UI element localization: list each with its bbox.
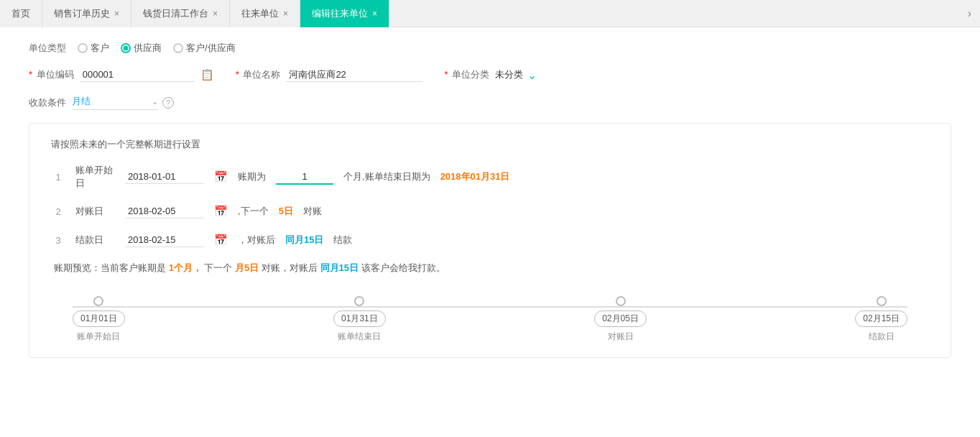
period-preview: 账期预览：当前客户账期是 1个月， 下一个 月5日 对账，对账后 同月15日 该… [51, 262, 929, 275]
tab-edit-unit-label: 编辑往来单位 [312, 7, 368, 20]
timeline-point-2: 01月31日 账单结束日 [333, 296, 386, 343]
period-start-date-input[interactable] [125, 170, 204, 184]
help-icon[interactable]: ? [162, 97, 174, 109]
tab-daily-work-label: 钱货日清工作台 [143, 7, 208, 20]
unit-code-copy-icon[interactable]: 📋 [200, 68, 214, 81]
unit-classify-label: * 单位分类 [444, 68, 489, 81]
tab-sales-history-label: 销售订单历史 [54, 7, 110, 20]
timeline-badge-4: 02月15日 [855, 310, 907, 327]
period-start-desc2: 个月,账单结束日期为 [343, 170, 430, 183]
preview-reconcile-day: 月5日 [235, 262, 259, 273]
tab-sales-history-close[interactable]: × [114, 9, 119, 19]
period-reconcile-suffix: 对账 [303, 205, 322, 218]
period-reconcile-day-highlight: 5日 [279, 205, 293, 218]
tab-more-button[interactable]: › [959, 7, 980, 20]
period-row-1: 1 账单开始日 📅 账期为 个月,账单结束日期为 2018年01月31日 [51, 164, 929, 190]
period-start-calendar-icon[interactable]: 📅 [214, 170, 228, 183]
preview-payment-day: 同月15日 [320, 262, 359, 273]
period-label-3: 结款日 [75, 234, 115, 247]
unit-code-label: * 单位编码 [29, 68, 74, 81]
timeline-badge-3: 02月05日 [594, 310, 647, 327]
period-index-1: 1 [51, 172, 65, 183]
main-content: 单位类型 客户 供应商 客户/供应商 * 单位编码 [0, 27, 980, 437]
unit-code-star: * [29, 69, 32, 80]
period-label-1: 账单开始日 [75, 164, 115, 190]
period-label-2: 对账日 [75, 205, 115, 218]
unit-classify-dropdown[interactable]: 未分类 ⌄ [495, 68, 537, 82]
radio-both[interactable]: 客户/供应商 [173, 42, 236, 55]
period-payment-day-highlight: 同月15日 [285, 234, 323, 247]
period-payment-prefix: ，对账后 [238, 234, 275, 247]
timeline-label-1: 账单开始日 [77, 331, 120, 343]
tab-bar: 首页 销售订单历史 × 钱货日清工作台 × 往来单位 × 编辑往来单位 × › [0, 0, 980, 27]
tab-sales-history[interactable]: 销售订单历史 × [42, 0, 131, 27]
preview-reconcile-text: 对账，对账后 [262, 262, 318, 273]
unit-name-input[interactable] [286, 68, 422, 82]
period-start-desc1: 账期为 [238, 170, 266, 183]
timeline-point-1: 01月01日 账单开始日 [73, 296, 125, 343]
radio-supplier-label: 供应商 [134, 42, 162, 55]
collect-cond-dropdown[interactable]: 月结 ⌄ [72, 95, 158, 110]
timeline-badge-2: 01月31日 [333, 310, 386, 327]
period-reconcile-prefix: ,下一个 [238, 205, 269, 218]
unit-classify-value: 未分类 [495, 68, 523, 81]
tab-units[interactable]: 往来单位 × [230, 0, 300, 27]
radio-both-label: 客户/供应商 [186, 42, 236, 55]
unit-type-row: 单位类型 客户 供应商 客户/供应商 [29, 42, 951, 55]
timeline-label-3: 对账日 [608, 331, 634, 343]
period-reconcile-calendar-icon[interactable]: 📅 [214, 205, 228, 218]
radio-supplier-circle [121, 43, 131, 53]
period-settings-box: 请按照未来的一个完整帐期进行设置 1 账单开始日 📅 账期为 个月,账单结束日期… [29, 123, 951, 358]
period-payment-date-input[interactable] [125, 233, 204, 247]
period-index-2: 2 [51, 206, 65, 217]
timeline-dot-2 [354, 296, 364, 306]
radio-group-unit-type: 客户 供应商 客户/供应商 [78, 42, 236, 55]
tab-daily-work[interactable]: 钱货日清工作台 × [131, 0, 230, 27]
tab-home[interactable]: 首页 [0, 0, 42, 27]
unit-type-label: 单位类型 [29, 42, 66, 55]
preview-suffix: 该客户会给我打款。 [361, 262, 445, 273]
period-reconcile-date-input[interactable] [125, 204, 204, 218]
radio-customer-circle [78, 43, 88, 53]
tab-home-label: 首页 [11, 7, 30, 20]
timeline-dot-1 [93, 296, 103, 306]
tab-edit-unit-close[interactable]: × [372, 9, 377, 19]
period-index-3: 3 [51, 235, 65, 246]
unit-type-field: 单位类型 客户 供应商 客户/供应商 [29, 42, 236, 55]
tab-units-label: 往来单位 [241, 7, 279, 20]
tab-units-close[interactable]: × [283, 9, 288, 19]
unit-classify-star: * [444, 69, 448, 80]
timeline-dot-3 [616, 296, 626, 306]
collect-cond-label: 收款条件 [29, 96, 66, 109]
tab-daily-work-close[interactable]: × [213, 9, 218, 19]
period-num-input[interactable] [276, 170, 333, 185]
collect-cond-value: 月结 [72, 95, 149, 108]
radio-supplier[interactable]: 供应商 [121, 42, 162, 55]
preview-next-prefix: 下一个 [204, 262, 232, 273]
preview-label: 账期预览：当前客户账期是 [54, 262, 166, 273]
radio-customer-label: 客户 [91, 42, 109, 55]
collect-condition-row: 收款条件 月结 ⌄ ? [29, 95, 951, 110]
preview-months: 1个月， [169, 262, 202, 273]
timeline-point-4: 02月15日 结款日 [855, 296, 907, 343]
tab-edit-unit[interactable]: 编辑往来单位 × [300, 0, 389, 27]
unit-code-field: * 单位编码 📋 [29, 68, 214, 82]
timeline-points: 01月01日 账单开始日 01月31日 账单结束日 02月05日 对账日 02月… [73, 296, 907, 343]
period-payment-calendar-icon[interactable]: 📅 [214, 234, 228, 247]
period-row-3: 3 结款日 📅 ，对账后 同月15日 结款 [51, 233, 929, 247]
period-title: 请按照未来的一个完整帐期进行设置 [51, 138, 929, 151]
timeline-dot-4 [877, 296, 887, 306]
classify-arrow-icon: ⌄ [527, 68, 537, 82]
timeline-label-4: 结款日 [869, 331, 895, 343]
period-end-date-highlight: 2018年01月31日 [440, 170, 510, 183]
collect-cond-arrow-icon: ⌄ [152, 97, 158, 106]
timeline-badge-1: 01月01日 [73, 310, 125, 327]
timeline-wrapper: 01月01日 账单开始日 01月31日 账单结束日 02月05日 对账日 02月… [51, 296, 929, 343]
timeline-point-3: 02月05日 对账日 [594, 296, 647, 343]
unit-info-row: * 单位编码 📋 * 单位名称 * 单位分类 未分类 ⌄ [29, 68, 951, 82]
unit-name-field: * 单位名称 [236, 68, 423, 82]
unit-name-label: * 单位名称 [236, 68, 281, 81]
radio-customer[interactable]: 客户 [78, 42, 109, 55]
radio-both-circle [173, 43, 183, 53]
unit-code-input[interactable] [80, 68, 195, 82]
